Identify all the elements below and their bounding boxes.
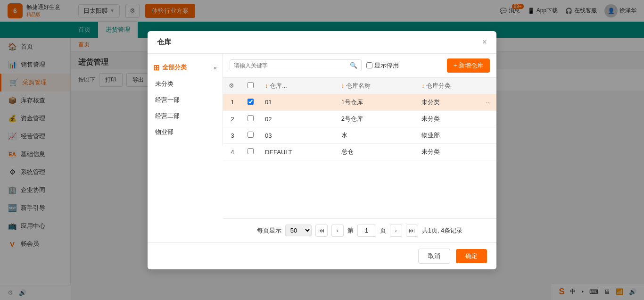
modal-sidebar: ⊞ 全部分类 « 未分类 经营一部 经营二部 物业部 (148, 54, 223, 146)
table-row[interactable]: 2 02 2号仓库 未分类 (223, 111, 496, 127)
row-checkbox[interactable] (248, 115, 254, 121)
th-sort-icon: ↕ (265, 82, 268, 89)
page-label: 第 (347, 226, 354, 235)
row-checkbox-cell (242, 144, 259, 160)
row-checkbox-cell (242, 127, 259, 144)
table-row[interactable]: 3 03 水 物业部 (223, 127, 496, 144)
page-suffix: 页 (380, 226, 386, 235)
add-warehouse-button[interactable]: + 新增仓库 (447, 58, 490, 73)
row-checkbox[interactable] (248, 132, 254, 138)
modal-sidebar-item-property[interactable]: 物业部 (148, 124, 223, 140)
row-checkbox-cell (242, 94, 259, 111)
next-page-button[interactable]: › (390, 225, 402, 237)
table-header-row: ⚙ ↕ 仓库... ↕ 仓库名称 (223, 78, 496, 94)
row-name: 1号仓库 (336, 94, 416, 111)
modal-header: 仓库 × (148, 31, 496, 54)
row-more-icon[interactable]: ··· (486, 99, 491, 106)
modal-table-body: 1 01 1号仓库 未分类 ··· 2 02 2号仓库 未分类 3 03 水 物… (223, 94, 496, 160)
modal-sidebar-wrapper: ⊞ 全部分类 « 未分类 经营一部 经营二部 物业部 (148, 54, 223, 242)
modal-sidebar-header-label: 全部分类 (162, 63, 187, 72)
modal-pagination: 每页显示 50 100 200 ⏮ ‹ 第 页 › ⏭ 共1页, 4条记录 (223, 218, 496, 242)
show-disabled-label: 显示停用 (374, 61, 399, 70)
modal-body: ⊞ 全部分类 « 未分类 经营一部 经营二部 物业部 🔍 (148, 54, 496, 242)
warehouse-modal: 仓库 × ⊞ 全部分类 « 未分类 经营一部 经营二部 物业部 (148, 31, 496, 269)
show-disabled-checkbox[interactable]: 显示停用 (366, 61, 399, 70)
th-name-sort-icon: ↕ (341, 82, 345, 89)
last-page-button[interactable]: ⏭ (406, 225, 418, 237)
modal-collapse-button[interactable]: « (214, 64, 217, 71)
row-number: 1 (223, 94, 242, 111)
cancel-button[interactable]: 取消 (418, 249, 450, 264)
th-settings: ⚙ (223, 78, 242, 94)
row-name: 总仓 (336, 144, 416, 160)
th-category-sort-icon: ↕ (421, 82, 425, 89)
modal-footer: 取消 确定 (148, 242, 496, 269)
row-checkbox[interactable] (248, 99, 254, 105)
row-code: DEFAULT (259, 144, 336, 160)
prev-page-button[interactable]: ‹ (331, 225, 344, 237)
per-page-select[interactable]: 50 100 200 (285, 225, 312, 236)
warehouse-table: ⚙ ↕ 仓库... ↕ 仓库名称 (223, 78, 496, 161)
row-category: 未分类 ··· (416, 94, 496, 111)
table-settings-icon[interactable]: ⚙ (229, 82, 234, 89)
th-code-label: 仓库... (270, 82, 287, 89)
th-checkbox (242, 78, 259, 94)
row-number: 3 (223, 127, 242, 144)
modal-title: 仓库 (157, 38, 171, 47)
th-category-label: 仓库分类 (426, 82, 451, 89)
page-number-input[interactable] (357, 225, 376, 237)
row-name: 2号仓库 (336, 111, 416, 127)
search-icon[interactable]: 🔍 (350, 62, 357, 69)
grid-icon: ⊞ (153, 63, 159, 72)
modal-sidebar-item-dept2[interactable]: 经营二部 (148, 108, 223, 124)
modal-table-wrap: ⚙ ↕ 仓库... ↕ 仓库名称 (223, 78, 496, 218)
row-name: 水 (336, 127, 416, 144)
table-row[interactable]: 4 DEFAULT 总仓 未分类 (223, 144, 496, 160)
first-page-button[interactable]: ⏮ (315, 225, 328, 237)
select-all-checkbox[interactable] (248, 82, 254, 88)
search-input-wrap: 🔍 (230, 59, 362, 71)
confirm-button[interactable]: 确定 (456, 249, 487, 263)
row-checkbox[interactable] (248, 148, 254, 154)
modal-toolbar: 🔍 显示停用 + 新增仓库 (223, 54, 496, 78)
row-code: 02 (259, 111, 336, 127)
th-code: ↕ 仓库... (259, 78, 336, 94)
modal-close-button[interactable]: × (482, 38, 487, 46)
th-name: ↕ 仓库名称 (336, 78, 416, 94)
row-checkbox-cell (242, 111, 259, 127)
modal-main-content: 🔍 显示停用 + 新增仓库 ⚙ (223, 54, 496, 242)
modal-overlay[interactable]: 仓库 × ⊞ 全部分类 « 未分类 经营一部 经营二部 物业部 (0, 0, 644, 300)
row-category: 未分类 (416, 144, 496, 160)
row-category: 未分类 (416, 111, 496, 127)
th-category: ↕ 仓库分类 (416, 78, 496, 94)
table-row[interactable]: 1 01 1号仓库 未分类 ··· (223, 94, 496, 111)
modal-sidebar-item-uncategorized[interactable]: 未分类 (148, 76, 223, 92)
row-code: 01 (259, 94, 336, 111)
row-category: 物业部 (416, 127, 496, 144)
show-disabled-check[interactable] (366, 62, 372, 68)
per-page-label: 每页显示 (257, 226, 281, 235)
total-pages-label: 共1页, 4条记录 (422, 226, 463, 235)
modal-sidebar-item-dept1[interactable]: 经营一部 (148, 92, 223, 108)
row-code: 03 (259, 127, 336, 144)
th-name-label: 仓库名称 (346, 82, 371, 89)
row-number: 2 (223, 111, 242, 127)
modal-sidebar-all-category[interactable]: ⊞ 全部分类 « (148, 59, 223, 76)
row-number: 4 (223, 144, 242, 160)
search-input[interactable] (234, 62, 350, 69)
